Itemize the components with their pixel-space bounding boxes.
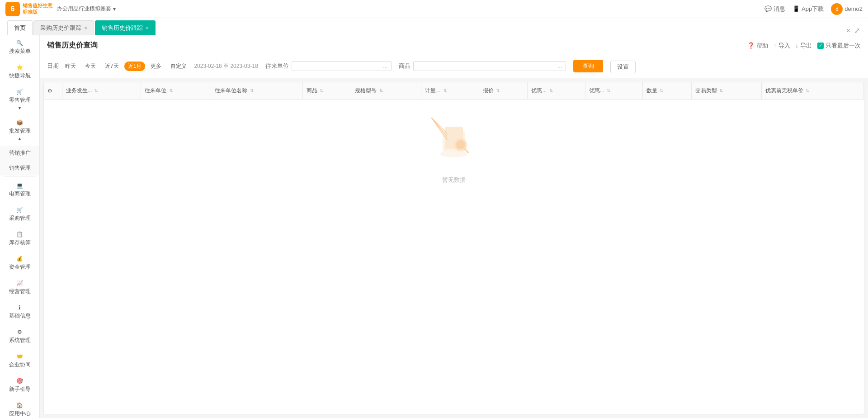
column-goods[interactable]: 商品 ⇅ [302, 82, 351, 100]
table-container: ⚙ 业务发生... ⇅ 往来单位 ⇅ 往来单位名称 ⇅ [43, 82, 864, 414]
sidebar-item-inventory[interactable]: 📋 库存核算 [0, 227, 39, 251]
baseinfo-icon: ℹ [19, 304, 21, 311]
sidebar-item-baseinfo[interactable]: ℹ 基础信息 [0, 300, 39, 324]
svg-point-4 [456, 140, 465, 149]
sort-icon: ⇅ [320, 88, 323, 93]
partner-input[interactable]: ... [292, 61, 392, 71]
download-icon: 📱 [793, 5, 800, 12]
date-btn-more[interactable]: 更多 [147, 62, 165, 71]
import-button[interactable]: ↑ 导入 [774, 42, 790, 50]
user-menu[interactable]: d demo2 [831, 3, 863, 15]
page-actions: ❓ 帮助 ↑ 导入 ↓ 导出 ✓ 只看最后一次 [747, 42, 861, 50]
app-download-button[interactable]: 📱 App下载 [793, 5, 824, 13]
help-button[interactable]: ❓ 帮助 [747, 42, 768, 50]
topbar-right: 💬 消息 📱 App下载 d demo2 [764, 3, 863, 15]
partner-label: 往来单位 [265, 62, 289, 70]
tab-purchase-history[interactable]: 采购历史价跟踪 × [33, 20, 94, 35]
column-unit[interactable]: 计量... ⇅ [421, 82, 479, 100]
sort-icon: ⇅ [719, 88, 723, 93]
column-spec[interactable]: 规格型号 ⇅ [351, 82, 421, 100]
column-partner-name[interactable]: 往来单位名称 ⇅ [211, 82, 303, 100]
sidebar-item-operations[interactable]: 📈 经营管理 [0, 276, 39, 300]
sort-icon: ⇅ [169, 88, 173, 93]
tabs-list: 首页 采购历史价跟踪 × 销售历史价跟踪 × [4, 19, 845, 35]
page-header: 销售历史价查询 ❓ 帮助 ↑ 导入 ↓ 导出 ✓ 只看最后一次 [40, 35, 868, 54]
avatar: d [831, 3, 843, 15]
date-btn-custom[interactable]: 自定义 [167, 62, 190, 71]
column-pretax-price[interactable]: 优惠前无税单价 ⇅ [761, 82, 863, 100]
tabbar: 首页 采购历史价跟踪 × 销售历史价跟踪 × × ⤢ [0, 18, 868, 35]
chevron-down-icon: ▾ [113, 6, 116, 12]
message-icon: 💬 [764, 5, 772, 12]
column-qty[interactable]: 数量 ⇅ [643, 82, 692, 100]
topbar-left: 6 销售值好生意 标准版 办公用品行业模拟账套 ▾ [5, 2, 116, 16]
sidebar-item-search[interactable]: 🔍 搜索菜单 [0, 35, 39, 60]
query-button[interactable]: 查询 [573, 60, 603, 72]
date-filter-group: 日期 昨天 今天 近7天 近1月 更多 自定义 2023-02-18 至 202… [47, 62, 258, 71]
goods-input-dots: ... [557, 63, 562, 69]
data-table: ⚙ 业务发生... ⇅ 往来单位 ⇅ 往来单位名称 ⇅ [44, 82, 864, 100]
close-tab2-button[interactable]: × [146, 25, 149, 31]
operations-icon: 📈 [16, 280, 23, 286]
date-btn-yesterday[interactable]: 昨天 [61, 62, 80, 71]
sidebar-item-quicknav[interactable]: ⭐ 快捷导航 [0, 60, 39, 84]
column-biz-date[interactable]: 业务发生... ⇅ [62, 82, 141, 100]
date-btn-1month[interactable]: 近1月 [124, 62, 146, 71]
finance-icon: 💰 [16, 256, 23, 262]
date-buttons: 昨天 今天 近7天 近1月 更多 自定义 2023-02-18 至 2023-0… [61, 62, 258, 71]
sidebar-item-wholesale[interactable]: 📦 批发管理 ▲ [0, 115, 39, 146]
empty-state: 暂无数据 [44, 100, 864, 202]
settings-button[interactable]: 设置 [610, 61, 636, 73]
date-btn-today[interactable]: 今天 [81, 62, 99, 71]
date-btn-7days[interactable]: 近7天 [101, 62, 123, 71]
filter-right-actions: 查询 设置 [573, 59, 636, 73]
sidebar-item-purchase[interactable]: 🛒 采购管理 [0, 202, 39, 227]
logo-icon: 6 [5, 2, 20, 16]
window-close-button[interactable]: × [846, 27, 850, 35]
sidebar-item-ecommerce[interactable]: 💻 电商管理 [0, 178, 39, 202]
topbar: 6 销售值好生意 标准版 办公用品行业模拟账套 ▾ 💬 消息 📱 App下载 d… [0, 0, 868, 18]
tab-home[interactable]: 首页 [7, 20, 33, 35]
chevron-up-icon: ▲ [18, 136, 22, 141]
sidebar-item-marketing[interactable]: 营销推广 [0, 146, 39, 161]
sidebar-item-sales[interactable]: 销售管理 [0, 161, 39, 176]
sidebar-divider [4, 176, 36, 177]
empty-icon [431, 118, 476, 171]
sidebar-item-system[interactable]: ⚙ 系统管理 [0, 324, 39, 349]
export-icon: ↓ [796, 42, 799, 49]
column-settings[interactable]: ⚙ [44, 82, 62, 100]
column-trade-type[interactable]: 交易类型 ⇅ [691, 82, 761, 100]
sidebar-item-retail[interactable]: 🛒 零售管理 ▼ [0, 84, 39, 115]
star-icon: ⭐ [16, 64, 23, 71]
window-restore-button[interactable]: ⤢ [854, 26, 860, 35]
sort-icon: ⇅ [496, 88, 500, 93]
column-discount1[interactable]: 优惠... ⇅ [528, 82, 585, 100]
filter-bar: 日期 昨天 今天 近7天 近1月 更多 自定义 2023-02-18 至 202… [40, 54, 868, 78]
sidebar-item-appcenter[interactable]: 🏠 应用中心 [0, 398, 39, 418]
column-discount2[interactable]: 优惠... ⇅ [585, 82, 642, 100]
empty-text: 暂无数据 [442, 176, 466, 184]
tab-sales-history[interactable]: 销售历史价跟踪 × [95, 20, 156, 35]
sidebar: 🔍 搜索菜单 ⭐ 快捷导航 🛒 零售管理 ▼ 📦 批发管理 ▲ 营销推广 销售管… [0, 35, 40, 418]
purchase-icon: 🛒 [16, 207, 23, 213]
close-tab1-button[interactable]: × [84, 25, 87, 31]
column-partner-code[interactable]: 往来单位 ⇅ [141, 82, 211, 100]
export-button[interactable]: ↓ 导出 [796, 42, 812, 50]
sidebar-item-finance[interactable]: 💰 资金管理 [0, 251, 39, 276]
guide-icon: 🎯 [16, 378, 23, 384]
partner-input-dots: ... [383, 63, 387, 69]
message-button[interactable]: 💬 消息 [764, 5, 785, 13]
goods-input[interactable]: ... [413, 61, 566, 71]
import-icon: ↑ [774, 42, 777, 49]
last-only-checkbox[interactable]: ✓ 只看最后一次 [817, 42, 861, 50]
sort-icon: ⇅ [607, 88, 610, 93]
inventory-icon: 📋 [16, 231, 23, 238]
app-selector[interactable]: 办公用品行业模拟账套 ▾ [57, 5, 116, 13]
tab-window-controls: × ⤢ [846, 26, 864, 35]
column-quote[interactable]: 报价 ⇅ [479, 82, 528, 100]
sort-icon: ⇅ [806, 88, 809, 93]
main-layout: 🔍 搜索菜单 ⭐ 快捷导航 🛒 零售管理 ▼ 📦 批发管理 ▲ 营销推广 销售管… [0, 35, 868, 418]
sidebar-item-guide[interactable]: 🎯 新手引导 [0, 373, 39, 398]
partner-filter-group: 往来单位 ... [265, 61, 392, 71]
sidebar-item-collab[interactable]: 🤝 企业协同 [0, 349, 39, 373]
